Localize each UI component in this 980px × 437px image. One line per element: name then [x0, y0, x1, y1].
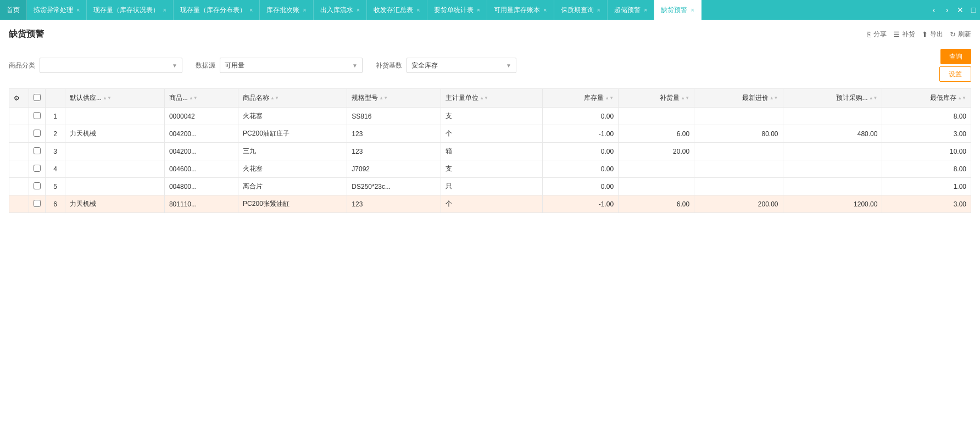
tab-close-picking[interactable]: × [76, 7, 80, 13]
th-latest-price[interactable]: 最新进价 ▲▼ [694, 89, 783, 108]
tab-close-inout[interactable]: × [357, 7, 360, 13]
refresh-action[interactable]: ↻ 刷新 [950, 30, 971, 39]
sort-min-stock[interactable]: 最低库存 ▲▼ [930, 93, 966, 103]
table-body: 1 0000042 火花塞 SS816 支 0.00 8.00 2 力天机械 0… [9, 108, 971, 213]
tab-picking[interactable]: 拣货异常处理 × [27, 0, 87, 20]
filter-bar: 商品分类 ▼ 数据源 可用量 ▼ 补货基数 安全库存 ▼ 查询 设置 [9, 49, 971, 82]
sort-stock[interactable]: 库存量 ▲▼ [584, 93, 614, 103]
th-gear[interactable]: ⚙ [9, 89, 29, 108]
tab-close-batch[interactable]: × [303, 7, 306, 13]
sort-code[interactable]: 商品... ▲▼ [169, 93, 198, 103]
tab-next-btn[interactable]: › [940, 0, 954, 20]
row-checkbox-cell-2[interactable] [29, 143, 46, 160]
row-code-2: 004200... [164, 143, 238, 160]
tab-demand[interactable]: 要货单统计表 × [427, 0, 487, 20]
row-checkbox-cell-5[interactable] [29, 195, 46, 213]
share-action[interactable]: ⎘ 分享 [867, 30, 887, 39]
row-replenish-5: 6.00 [619, 195, 694, 213]
row-checkbox-5[interactable] [34, 200, 41, 207]
tab-close-summary[interactable]: × [416, 7, 420, 13]
refresh-icon: ↻ [950, 30, 956, 38]
row-checkbox-cell-0[interactable] [29, 108, 46, 125]
row-code-1: 004200... [164, 125, 238, 143]
tab-home[interactable]: 首页 [0, 0, 27, 20]
row-supplier-1: 力天机械 [65, 125, 165, 143]
replenish-action[interactable]: ☰ 补货 [893, 30, 915, 39]
tab-close-expiry[interactable]: × [597, 7, 600, 13]
select-all-checkbox[interactable] [34, 94, 41, 101]
row-gear-5 [9, 195, 29, 213]
row-checkbox-4[interactable] [34, 182, 41, 189]
sort-supplier[interactable]: 默认供应... ▲▼ [70, 93, 112, 103]
datasource-select[interactable]: 可用量 ▼ [220, 58, 363, 73]
th-min-stock[interactable]: 最低库存 ▲▼ [882, 89, 971, 108]
row-unit-2: 箱 [441, 143, 543, 160]
query-button[interactable]: 查询 [940, 49, 971, 64]
th-code[interactable]: 商品... ▲▼ [164, 89, 238, 108]
tab-close-stock-dist[interactable]: × [249, 7, 253, 13]
th-est-purchase[interactable]: 预计采购... ▲▼ [783, 89, 882, 108]
sort-name[interactable]: 商品名称 ▲▼ [243, 93, 279, 103]
row-checkbox-2[interactable] [34, 147, 41, 154]
tab-close-shortage[interactable]: × [691, 7, 694, 13]
tab-overstock[interactable]: 超储预警 × [608, 0, 654, 20]
row-checkbox-0[interactable] [34, 112, 41, 119]
tab-close-demand[interactable]: × [477, 7, 480, 13]
th-stock[interactable]: 库存量 ▲▼ [543, 89, 619, 108]
sort-replenish[interactable]: 补货量 ▲▼ [660, 93, 689, 103]
tab-stock-dist[interactable]: 现存量（库存分布表） × [174, 0, 260, 20]
sort-icon-min-stock: ▲▼ [957, 96, 966, 100]
tab-close-stock-status[interactable]: × [163, 7, 166, 13]
settings-button[interactable]: 设置 [939, 66, 971, 82]
tab-shortage[interactable]: 缺货预警 × [654, 0, 701, 20]
tab-expiry[interactable]: 保质期查询 × [554, 0, 608, 20]
replenish-filter-group: 补货基数 安全库存 ▼ [376, 58, 516, 73]
th-checkbox[interactable] [29, 89, 46, 108]
th-spec[interactable]: 规格型号 ▲▼ [347, 89, 441, 108]
sort-est-purchase[interactable]: 预计采购... ▲▼ [836, 93, 878, 103]
table-row: 6 力天机械 801110... PC200张紧油缸 123 个 -1.00 6… [9, 195, 971, 213]
sort-latest-price[interactable]: 最新进价 ▲▼ [742, 93, 778, 103]
row-checkbox-1[interactable] [34, 130, 41, 137]
row-num-0: 1 [46, 108, 65, 125]
tab-maximize-btn[interactable]: □ [967, 0, 980, 20]
row-est-purchase-3 [783, 160, 882, 178]
th-replenish[interactable]: 补货量 ▲▼ [619, 89, 694, 108]
export-icon: ⬆ [922, 30, 928, 38]
th-supplier[interactable]: 默认供应... ▲▼ [65, 89, 165, 108]
sort-icon-latest-price: ▲▼ [770, 96, 778, 100]
row-supplier-5: 力天机械 [65, 195, 165, 213]
th-unit[interactable]: 主计量单位 ▲▼ [441, 89, 543, 108]
row-checkbox-cell-3[interactable] [29, 160, 46, 178]
tab-available[interactable]: 可用量库存账本 × [487, 0, 554, 20]
sort-spec[interactable]: 规格型号 ▲▼ [352, 93, 388, 103]
tab-inout[interactable]: 出入库流水 × [314, 0, 367, 20]
replenish-select[interactable]: 安全库存 ▼ [407, 58, 516, 73]
row-checkbox-cell-1[interactable] [29, 125, 46, 143]
row-stock-0: 0.00 [543, 108, 619, 125]
tab-prev-btn[interactable]: ‹ [927, 0, 940, 20]
row-checkbox-3[interactable] [34, 165, 41, 172]
sort-icon-spec: ▲▼ [379, 96, 388, 100]
row-stock-5: -1.00 [543, 195, 619, 213]
row-replenish-2: 20.00 [619, 143, 694, 160]
row-min-stock-5: 3.00 [882, 195, 971, 213]
category-filter-group: 商品分类 ▼ [9, 58, 182, 73]
tab-close-overstock[interactable]: × [644, 7, 647, 13]
row-replenish-4 [619, 178, 694, 195]
row-latest-price-1: 80.00 [694, 125, 783, 143]
row-latest-price-3 [694, 160, 783, 178]
export-action[interactable]: ⬆ 导出 [922, 30, 943, 39]
tab-close-all-btn[interactable]: ✕ [954, 0, 967, 20]
row-min-stock-0: 8.00 [882, 108, 971, 125]
category-select[interactable]: ▼ [40, 58, 182, 73]
row-checkbox-cell-4[interactable] [29, 178, 46, 195]
row-gear-0 [9, 108, 29, 125]
th-name[interactable]: 商品名称 ▲▼ [238, 89, 347, 108]
sort-unit[interactable]: 主计量单位 ▲▼ [446, 93, 488, 103]
tab-close-available[interactable]: × [543, 7, 547, 13]
tab-summary[interactable]: 收发存汇总表 × [367, 0, 427, 20]
tab-batch[interactable]: 库存批次账 × [260, 0, 313, 20]
sort-icon-replenish: ▲▼ [681, 96, 689, 100]
tab-stock-status[interactable]: 现存量（库存状况表） × [87, 0, 173, 20]
